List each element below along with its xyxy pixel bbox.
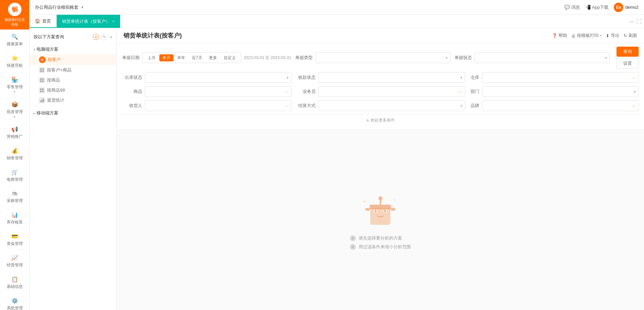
tab-sales-stats[interactable]: 销货单统计表（按客户） ✕ [57,15,120,28]
app-icon: 📲 [585,5,591,10]
empty-robot-illustration: ✦ ✦ ✦ [360,190,400,230]
tab-home[interactable]: 🏠 首页 [30,15,57,28]
collapse-bar[interactable]: ∧ 收起更多条件 [122,114,639,126]
scheme-group-label-mobile: 移动端方案 [37,110,58,116]
brand-filter: 品牌 ··· [469,100,639,111]
scheme-item-by-customer[interactable]: 按 按客户 [30,54,116,65]
receipt-status-filter: 收款状态 ▾ [296,72,465,83]
quick-nav-icon: ⭐ [11,55,18,61]
sidebar-item-wholesale[interactable]: 📦 批发管理 ▴ [0,97,29,122]
scheme-item-by-goods-99[interactable]: 按商品99 [30,85,116,95]
svg-rect-8 [40,89,42,90]
date-custom-btn[interactable]: 自定义 [221,54,239,62]
scheme-group-desktop: ▾ 电脑端方案 按 按客户 按客户+商品 [30,44,116,105]
refresh-btn[interactable]: ↻ 刷新 [624,33,637,39]
doc-type-select[interactable]: ▾ [315,52,450,63]
print-dropdown-arrow: ▾ [600,34,602,37]
sidebar-item-system[interactable]: ⚙️ 系统管理 [0,294,29,310]
print-icon: 🖨 [571,33,576,38]
sidebar-logo[interactable]: 畅 畅捷通好生意 标版 [0,0,30,30]
svg-rect-2 [40,70,42,72]
doc-type-label: 单据类型 [295,55,313,61]
tab-maximize-btn[interactable]: ⛶ [637,19,641,24]
industry-dropdown-icon[interactable]: ▾ [81,5,84,10]
sidebar-item-basic[interactable]: 📋 基础信息 [0,272,29,294]
ops-icon: 📈 [11,255,18,261]
home-icon: 🏠 [35,18,40,23]
warehouse-label: 仓库 [469,74,479,81]
tab-bar: 🏠 首页 销货单统计表（按客户） ✕ — ⛶ [30,15,644,28]
tab-actions: — ⛶ [627,15,644,28]
tab-close-btn[interactable]: ✕ [112,19,115,23]
dept-filter: 部门 ▾ [469,86,639,97]
settings-btn[interactable]: 设置 [616,58,639,69]
date-current-year-btn[interactable]: 本年 [174,54,188,62]
receipt-status-select[interactable]: ▾ [318,72,465,83]
date-last-7-btn[interactable]: 近7天 [189,54,205,62]
dept-select[interactable]: ▾ [482,86,639,97]
salesperson-filter: 业务员 ··· [296,86,465,97]
salesperson-input[interactable]: ··· [318,86,465,97]
out-status-select[interactable]: ▾ [145,72,291,83]
sidebar-item-marketing[interactable]: 📢 营销推广 [0,122,29,144]
scheme-group-arrow-desktop: ▾ [34,48,35,51]
tip-num-2: ② [350,244,356,250]
brand-dots: ··· [632,103,636,108]
doc-status-label: 单据状态 [454,55,472,61]
sidebar-item-ops[interactable]: 📈 经营管理 [0,251,29,272]
scheme-group-header-desktop[interactable]: ▾ 电脑端方案 [30,44,116,54]
scheme-item-return-stats[interactable]: 退货统计 [30,95,116,105]
sidebar-item-purchase[interactable]: 🛍 采购管理 [0,187,29,208]
scheme-item-by-customer-goods[interactable]: 按客户+商品 [30,65,116,75]
receiver-filter: 收货人 ··· [122,100,291,111]
tab-minimize-btn[interactable]: — [629,19,634,24]
filter-section: 单据日期 上月 本月 本年 近7天 更多 自定义 2023-03-01 至 20… [117,43,644,130]
svg-point-21 [384,210,386,212]
sidebar-item-ecommerce[interactable]: 🛒 电商管理 [0,165,29,187]
warehouse-input[interactable]: ··· [482,72,639,83]
export-btn[interactable]: ⬇ 导出 [606,33,620,39]
query-btn[interactable]: 查询 [616,47,639,57]
receiver-input[interactable]: ··· [145,100,291,111]
date-last-month-btn[interactable]: 上月 [145,54,159,62]
user-area[interactable]: Ea demo2 [614,3,639,12]
help-btn[interactable]: ❓ 帮助 [552,33,567,39]
date-more-btn[interactable]: 更多 [206,54,220,62]
edit-scheme-btn[interactable]: ✎ [101,34,108,40]
marketing-icon: 📢 [11,126,18,133]
message-btn[interactable]: 💬 消息 [565,4,580,10]
scheme-group-header-mobile[interactable]: ▸ 移动端方案 [30,108,116,118]
main-area: 办公用品行业模拟账套 ▾ 💬 消息 📲 App下载 Ea demo2 🏠 首页 … [30,0,644,310]
refresh-icon: ↻ [624,33,627,38]
sidebar-item-finance[interactable]: 💳 资金管理 [0,229,29,251]
dept-label: 部门 [469,89,479,95]
scheme-item-by-goods[interactable]: 按商品 [30,75,116,85]
app-download-btn[interactable]: 📲 App下载 [585,4,608,10]
template-print-btn[interactable]: 🖨 按模板打印 ▾ [571,33,602,39]
collapse-panel-btn[interactable]: « [110,34,112,40]
brand-input[interactable]: ··· [482,100,639,111]
svg-rect-10 [40,91,42,92]
system-icon: ⚙️ [11,298,18,304]
user-name: demo2 [625,5,639,10]
sidebar-item-quick-nav[interactable]: ⭐ 快捷导航 [0,51,29,72]
salesperson-dots: ··· [459,89,462,94]
search-icon: 🔍 [11,34,18,40]
add-scheme-btn[interactable]: + [93,34,99,40]
svg-rect-14 [42,99,43,102]
payment-select[interactable]: ▾ [318,100,465,111]
sidebar-item-search[interactable]: 🔍 搜索菜单 [0,30,29,51]
sidebar-item-retail[interactable]: 🏪 零售管理 ▾ [0,72,29,97]
basic-icon: 📋 [11,276,18,282]
goods-input[interactable]: ··· [145,86,291,97]
empty-tip-2: ② 用过滤条件来缩小分析范围 [350,244,411,250]
sidebar-item-sales[interactable]: 💰 销售管理 [0,144,29,165]
collapse-up-icon: ∧ [366,118,369,123]
doc-type-filter: 单据类型 ▾ [295,52,450,63]
sidebar-item-inventory[interactable]: 📊 库存核算 [0,208,29,229]
warehouse-dots: ··· [632,75,636,80]
date-selector: 上月 本月 本年 近7天 更多 自定义 [142,52,241,63]
svg-text:✦: ✦ [363,199,366,204]
doc-status-select[interactable]: ▾ [475,52,610,63]
date-current-month-btn[interactable]: 本月 [159,54,173,61]
